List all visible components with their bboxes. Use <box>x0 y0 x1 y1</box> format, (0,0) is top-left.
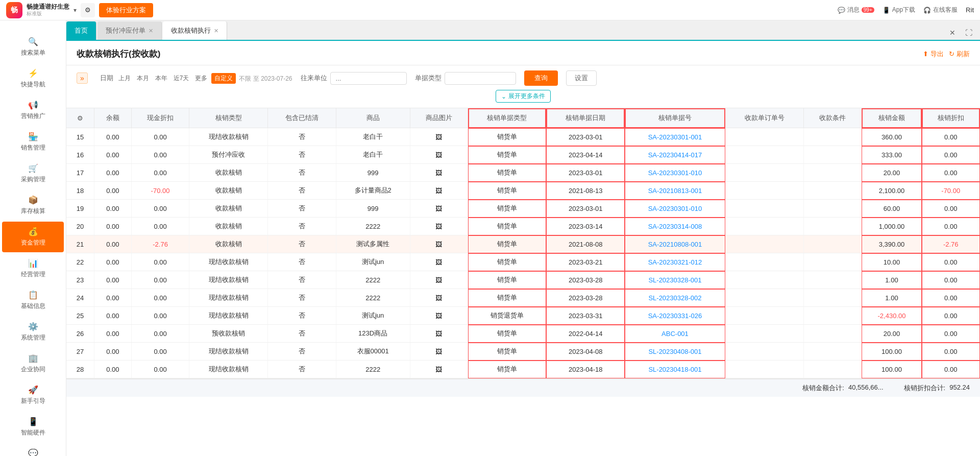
cell-productImage: 🖼 <box>410 343 468 361</box>
sidebar-item-purchase[interactable]: 🛒 采购管理 <box>2 158 64 189</box>
corp-icon: 🏢 <box>28 353 38 363</box>
more-date-btn[interactable]: 更多 <box>193 73 209 84</box>
cell-writeoffBillNo[interactable]: SA-20230331-026 <box>625 307 725 325</box>
close-tab-btn[interactable]: ✕ <box>945 26 960 40</box>
tab-prepay[interactable]: 预付冲应付单✕ <box>97 21 162 40</box>
cell-writeoffBillDate: 2023-03-01 <box>546 128 625 146</box>
custom-date-btn[interactable]: 自定义 <box>211 73 236 84</box>
cell-writeoffType: 现结收款核销 <box>189 289 268 307</box>
cell-receiptOrderNo <box>725 146 804 164</box>
cell-writeoffType: 现结收款核销 <box>189 307 268 325</box>
cell-receiptCondition <box>804 146 862 164</box>
tab-home[interactable]: 首页 <box>66 21 96 40</box>
dropdown-arrow[interactable]: ▾ <box>74 7 77 14</box>
cell-writeoffBillNo[interactable]: SA-20230321-012 <box>625 253 725 271</box>
table-row: 170.000.00收款核销否999🖼销货单2023-03-01SA-20230… <box>66 164 980 182</box>
cell-writeoffAmount: 1,000.00 <box>862 218 922 235</box>
cell-product: 测试多属性 <box>336 235 410 253</box>
cell-product: 999 <box>336 200 410 218</box>
online-service[interactable]: 🎧 在线客服 <box>923 6 958 14</box>
refresh-label: 刷新 <box>957 50 970 59</box>
sidebar-item-nav[interactable]: ⚡ 快捷导航 <box>2 63 64 94</box>
this-month-btn[interactable]: 本月 <box>135 73 151 84</box>
date-buttons: 上月 本月 本年 近7天 更多 自定义 <box>116 73 236 84</box>
guide-icon: 🚀 <box>28 385 38 395</box>
cell-writeoffBillNo[interactable]: SL-20230328-001 <box>625 271 725 289</box>
export-icon: ⬆ <box>923 50 928 58</box>
cell-receiptOrderNo <box>725 361 804 378</box>
this-year-btn[interactable]: 本年 <box>153 73 169 84</box>
export-label: 导出 <box>930 50 944 59</box>
sidebar-item-finance[interactable]: 💰 资金管理 <box>2 222 64 252</box>
last-month-btn[interactable]: 上月 <box>116 73 133 84</box>
cell-writeoffBillType: 销货单 <box>468 218 547 235</box>
cell-writeoffDiscount: 0.00 <box>922 289 980 307</box>
cell-writeoffBillNo[interactable]: SA-20230301-010 <box>625 164 725 182</box>
cell-writeoffBillDate: 2023-04-08 <box>546 343 625 361</box>
tab-close-collection[interactable]: ✕ <box>214 28 218 34</box>
settings-button[interactable]: 设置 <box>566 70 597 86</box>
sidebar-item-guide[interactable]: 🚀 新手引导 <box>2 380 64 411</box>
cell-balance: 0.00 <box>94 325 131 343</box>
cell-seq: 16 <box>66 146 94 164</box>
cell-writeoffBillNo[interactable]: SL-20230418-001 <box>625 361 725 378</box>
cell-product: 老白干 <box>336 146 410 164</box>
cell-balance: 0.00 <box>94 182 131 200</box>
sidebar-item-marketing[interactable]: 📢 营销推广 <box>2 95 64 126</box>
cell-writeoffType: 现结收款核销 <box>189 253 268 271</box>
sidebar-item-inventory[interactable]: 📦 库存核算 <box>2 190 64 221</box>
cell-writeoffBillNo[interactable]: SA-20210813-001 <box>625 182 725 200</box>
cell-writeoffType: 收款核销 <box>189 235 268 253</box>
sidebar-item-sales[interactable]: 🏪 销售管理 <box>2 127 64 157</box>
top-bar: 畅 畅捷通谱好生意 标准版 ▾ ⚙ 体验行业方案 💬 消息 99+ 📱 App下… <box>0 0 980 20</box>
sidebar-item-basic[interactable]: 📋 基础信息 <box>2 285 64 316</box>
cell-writeoffBillNo[interactable]: SL-20230328-002 <box>625 289 725 307</box>
cell-writeoffBillNo[interactable]: SL-20230408-001 <box>625 343 725 361</box>
cell-receiptOrderNo <box>725 182 804 200</box>
sidebar-label-sales: 销售管理 <box>21 143 45 152</box>
cell-writeoffAmount: 360.00 <box>862 128 922 146</box>
cell-writeoffDiscount: 0.00 <box>922 146 980 164</box>
gear-icon[interactable]: ⚙ <box>81 3 95 17</box>
refresh-button[interactable]: ↻ 刷新 <box>949 50 970 59</box>
solution-button[interactable]: 体验行业方案 <box>99 3 153 17</box>
footer-discount-value: 952.24 <box>949 383 970 393</box>
query-button[interactable]: 查询 <box>524 70 558 86</box>
cell-writeoffBillNo[interactable]: SA-20210808-001 <box>625 235 725 253</box>
cell-receiptOrderNo <box>725 164 804 182</box>
cell-writeoffBillNo[interactable]: SA-20230301-010 <box>625 200 725 218</box>
cell-productImage: 🖼 <box>410 307 468 325</box>
sidebar-item-hardware[interactable]: 📱 智能硬件 <box>2 412 64 442</box>
message-badge[interactable]: 💬 消息 99+ <box>838 6 874 14</box>
cell-balance: 0.00 <box>94 235 131 253</box>
source-unit-input[interactable] <box>330 72 407 85</box>
cell-writeoffBillNo[interactable]: SA-20230414-017 <box>625 146 725 164</box>
sidebar-item-operation[interactable]: 📊 经营管理 <box>2 253 64 284</box>
sidebar-item-search[interactable]: 🔍 搜索菜单 <box>2 32 64 62</box>
app-download[interactable]: 📱 App下载 <box>883 6 915 14</box>
tab-collection[interactable]: 收款核销执行✕ <box>163 21 227 40</box>
tab-close-prepay[interactable]: ✕ <box>149 28 153 34</box>
sidebar-item-wechat[interactable]: 💬 企业微信 <box>2 443 64 456</box>
th-writeoffBillDate: 核销单据日期 <box>546 108 625 128</box>
footer-discount-label: 核销折扣合计: <box>904 383 946 393</box>
cell-writeoffBillNo[interactable]: ABC-001 <box>625 325 725 343</box>
cell-writeoffType: 预收款核销 <box>189 325 268 343</box>
cell-writeoffDiscount: 0.00 <box>922 128 980 146</box>
sidebar-item-corp[interactable]: 🏢 企业协同 <box>2 348 64 379</box>
last-7days-btn[interactable]: 近7天 <box>172 73 191 84</box>
filter-expand-arrow[interactable]: » <box>77 73 88 84</box>
data-table: ⚙余额现金折扣核销类型包含已结清商品商品图片核销单据类型核销单据日期核销单据号收… <box>66 108 980 378</box>
sidebar-label-search: 搜索菜单 <box>21 49 45 57</box>
export-button[interactable]: ⬆ 导出 <box>923 50 944 59</box>
cell-writeoffBillNo[interactable]: SA-20230301-001 <box>625 128 725 146</box>
sidebar-item-system[interactable]: ⚙️ 系统管理 <box>2 317 64 347</box>
th-writeoffType: 核销类型 <box>189 108 268 128</box>
user-label[interactable]: Rit <box>966 6 974 14</box>
expand-conditions-btn[interactable]: ⌄ 展开更多条件 <box>496 90 551 103</box>
cell-product: 测试jun <box>336 253 410 271</box>
receipt-type-select[interactable] <box>445 72 516 85</box>
cell-writeoffAmount: 333.00 <box>862 146 922 164</box>
maximize-btn[interactable]: ⛶ <box>962 26 976 40</box>
cell-writeoffBillNo[interactable]: SA-20230314-008 <box>625 218 725 235</box>
